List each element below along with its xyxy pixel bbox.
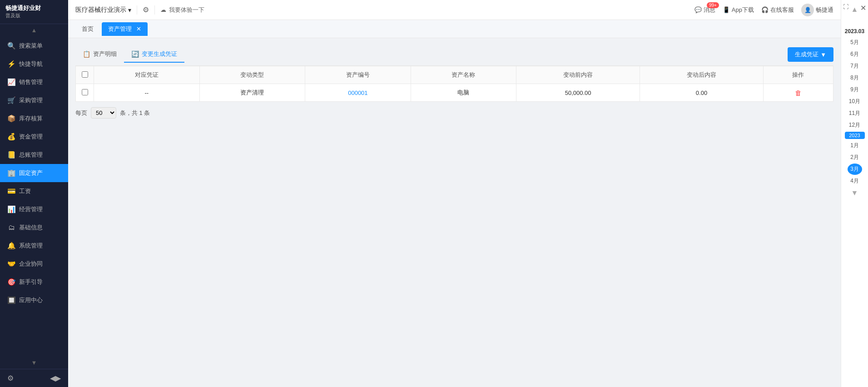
table-toolbar: 生成凭证 ▼ bbox=[788, 44, 833, 65]
panel-scroll-up[interactable]: ▲ bbox=[849, 4, 860, 15]
sidebar: 畅捷通好业财 普及版 ▲ 🔍搜索菜单⚡快捷导航📈销售管理🛒采购管理📦库存核算💰资… bbox=[0, 0, 68, 387]
sidebar-item-资金管理[interactable]: 💰资金管理 bbox=[0, 128, 68, 146]
sidebar-icon: 🏢 bbox=[7, 169, 15, 177]
sidebar-item-企业协同[interactable]: 🤝企业协同 bbox=[0, 255, 68, 273]
row-change-type: 资产清理 bbox=[199, 84, 305, 102]
pagination: 每页 102050100 条，共 1 条 bbox=[75, 102, 833, 124]
sub-tab-asset-detail[interactable]: 📋 资产明细 bbox=[75, 46, 124, 63]
month-item-current[interactable]: 2月 bbox=[845, 152, 865, 163]
sidebar-item-基础信息[interactable]: 🗂基础信息 bbox=[0, 218, 68, 237]
month-item[interactable]: 6月 bbox=[845, 49, 865, 60]
panel-scroll-down[interactable]: ▼ bbox=[849, 187, 860, 199]
col-voucher: 对应凭证 bbox=[94, 66, 200, 84]
experience-label: 我要体验一下 bbox=[169, 6, 204, 14]
row-asset-name: 电脑 bbox=[411, 84, 516, 102]
sidebar-item-总账管理[interactable]: 📒总账管理 bbox=[0, 146, 68, 164]
tab-close-icon[interactable]: ✕ bbox=[136, 25, 141, 32]
experience-button[interactable]: ☁ 我要体验一下 bbox=[160, 6, 204, 14]
month-item-current[interactable]: 1月 bbox=[845, 140, 865, 151]
sidebar-label: 应用中心 bbox=[19, 296, 43, 304]
per-page-select[interactable]: 102050100 bbox=[91, 107, 116, 119]
home-label: 首页 bbox=[82, 25, 94, 32]
row-checkbox-cell[interactable] bbox=[76, 84, 94, 102]
main-area: 医疗器械行业演示 ▾ ⚙ ☁ 我要体验一下 💬 消息 99+ 📱 App下载 🎧… bbox=[68, 0, 841, 387]
sidebar-icon: 💳 bbox=[7, 187, 15, 195]
sidebar-scroll-down[interactable]: ▼ bbox=[0, 356, 68, 369]
col-action: 操作 bbox=[763, 66, 833, 84]
sidebar-label: 固定资产 bbox=[19, 169, 43, 177]
app-version: 普及版 bbox=[5, 12, 41, 19]
month-item[interactable]: 10月 bbox=[845, 96, 865, 107]
message-icon: 💬 bbox=[694, 6, 702, 13]
month-item[interactable]: 9月 bbox=[845, 84, 865, 95]
sidebar-item-库存核算[interactable]: 📦库存核算 bbox=[0, 109, 68, 128]
sub-tabs: 📋 资产明细 🔄 变更生成凭证 生成凭证 ▼ bbox=[75, 44, 833, 66]
sidebar-label: 基础信息 bbox=[19, 223, 43, 232]
months-list-current: 1月2月3月4月 bbox=[845, 139, 865, 187]
collapse-icon[interactable]: ◀▶ bbox=[50, 374, 61, 382]
col-before: 变动前内容 bbox=[516, 66, 640, 84]
sidebar-icon: 📈 bbox=[7, 78, 15, 86]
panel-close-button[interactable]: ✕ bbox=[860, 4, 866, 12]
month-item[interactable]: 5月 bbox=[845, 37, 865, 48]
sidebar-item-新手引导[interactable]: 🎯新手引导 bbox=[0, 273, 68, 291]
topbar-divider-1 bbox=[137, 5, 137, 15]
company-selector[interactable]: 医疗器械行业演示 ▾ bbox=[75, 6, 131, 14]
generate-dropdown-arrow: ▼ bbox=[820, 51, 826, 58]
sidebar-item-系统管理[interactable]: 🔔系统管理 bbox=[0, 237, 68, 255]
generate-voucher-label: 生成凭证 bbox=[795, 50, 818, 59]
month-item-current[interactable]: 4月 bbox=[845, 175, 865, 187]
sidebar-item-搜索菜单[interactable]: 🔍搜索菜单 bbox=[0, 37, 68, 55]
sidebar-item-快捷导航[interactable]: ⚡快捷导航 bbox=[0, 55, 68, 73]
tab-home[interactable]: 首页 bbox=[75, 22, 100, 36]
sidebar-item-经营管理[interactable]: 📊经营管理 bbox=[0, 200, 68, 218]
total-label: 条，共 1 条 bbox=[120, 109, 150, 117]
sidebar-label: 销售管理 bbox=[19, 78, 43, 86]
nav-tabs: 首页 资产管理 ✕ bbox=[68, 20, 841, 38]
month-item[interactable]: 11月 bbox=[845, 108, 865, 119]
data-table: 对应凭证 变动类型 资产编号 资产名称 变动前内容 变动后内容 操作 -- 资产… bbox=[75, 66, 833, 102]
customer-service-button[interactable]: 🎧 在线客服 bbox=[761, 6, 794, 14]
tab-asset-management[interactable]: 资产管理 ✕ bbox=[102, 22, 148, 36]
sidebar-label: 总账管理 bbox=[19, 151, 43, 159]
sidebar-label: 库存核算 bbox=[19, 114, 43, 123]
app-download-button[interactable]: 📱 App下载 bbox=[723, 6, 754, 14]
sidebar-label: 资金管理 bbox=[19, 133, 43, 141]
select-all-checkbox[interactable] bbox=[82, 71, 88, 78]
sidebar-icon: 🔲 bbox=[7, 296, 15, 304]
row-checkbox[interactable] bbox=[82, 89, 88, 95]
scroll-down-arrow[interactable]: ▼ bbox=[30, 358, 39, 367]
sidebar-item-固定资产[interactable]: 🏢固定资产 bbox=[0, 164, 68, 182]
months-list-before: 5月6月7月8月9月10月11月12月 bbox=[845, 36, 865, 131]
sidebar-bottom: ⚙ ◀▶ bbox=[0, 369, 68, 387]
sub-tab-change-voucher[interactable]: 🔄 变更生成凭证 bbox=[124, 46, 184, 63]
user-profile[interactable]: 👤 畅捷通 bbox=[801, 4, 833, 16]
table-header-checkbox[interactable] bbox=[76, 66, 94, 84]
sidebar-item-销售管理[interactable]: 📈销售管理 bbox=[0, 73, 68, 91]
sidebar-item-工资[interactable]: 💳工资 bbox=[0, 182, 68, 200]
sidebar-label: 采购管理 bbox=[19, 96, 43, 104]
month-item[interactable]: 8月 bbox=[845, 72, 865, 84]
settings-icon[interactable]: ⚙ bbox=[7, 374, 14, 382]
asset-detail-label: 资产明细 bbox=[93, 50, 117, 58]
settings-gear-icon[interactable]: ⚙ bbox=[143, 5, 149, 14]
messages-button[interactable]: 💬 消息 99+ bbox=[694, 6, 715, 14]
sidebar-item-采购管理[interactable]: 🛒采购管理 bbox=[0, 91, 68, 109]
per-page-label: 每页 bbox=[75, 109, 87, 117]
month-item[interactable]: 12月 bbox=[845, 119, 865, 131]
month-item[interactable]: 7月 bbox=[845, 60, 865, 72]
panel-expand-button[interactable]: ⛶ bbox=[843, 4, 848, 10]
app-logo: 畅捷通好业财 普及版 bbox=[0, 0, 68, 24]
sidebar-scroll-up[interactable]: ▲ bbox=[0, 24, 68, 37]
avatar: 👤 bbox=[801, 4, 814, 16]
delete-button[interactable]: 🗑 bbox=[795, 89, 802, 97]
sidebar-label: 企业协同 bbox=[19, 260, 43, 268]
scroll-up-arrow[interactable]: ▲ bbox=[30, 26, 39, 35]
sidebar-menu: 🔍搜索菜单⚡快捷导航📈销售管理🛒采购管理📦库存核算💰资金管理📒总账管理🏢固定资产… bbox=[0, 37, 68, 356]
month-item-current[interactable]: 3月 bbox=[848, 164, 862, 175]
change-voucher-icon: 🔄 bbox=[131, 50, 139, 58]
sidebar-item-应用中心[interactable]: 🔲应用中心 bbox=[0, 291, 68, 309]
generate-voucher-button[interactable]: 生成凭证 ▼ bbox=[788, 47, 833, 62]
headset-icon: 🎧 bbox=[761, 6, 769, 13]
current-year-badge[interactable]: 2023 bbox=[845, 132, 865, 139]
